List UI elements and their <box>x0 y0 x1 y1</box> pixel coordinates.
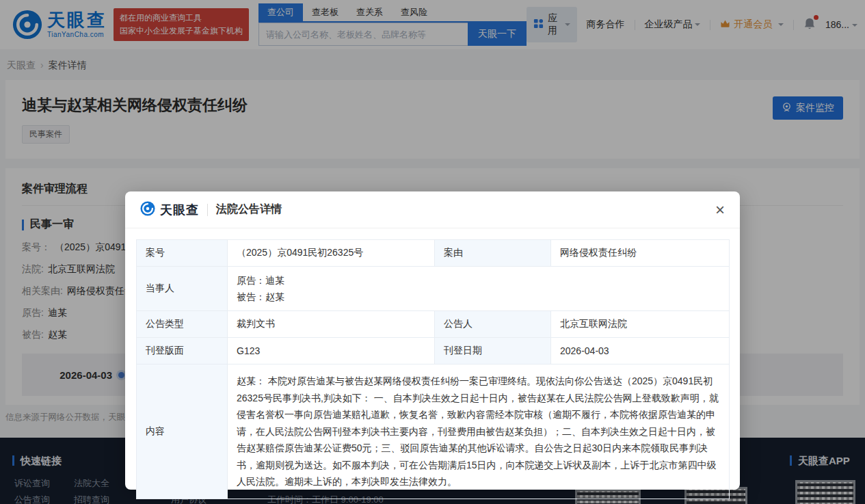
publish-page-label: 刊登版面 <box>137 338 228 364</box>
parties-label: 当事人 <box>137 267 228 311</box>
modal-header: 天眼查 法院公告详情 × <box>125 191 740 228</box>
case-no-label: 案号 <box>137 240 228 267</box>
announcement-table: 案号 （2025）京0491民初26325号 案由 网络侵权责任纠纷 当事人 原… <box>136 239 730 499</box>
court-announcement-modal: 天眼查 法院公告详情 × 案号 （2025）京0491民初26325号 案由 网… <box>125 191 740 490</box>
defendant-line: 被告：赵某 <box>237 289 720 305</box>
table-row: 案号 （2025）京0491民初26325号 案由 网络侵权责任纠纷 <box>137 240 730 267</box>
table-row: 当事人 原告：迪某 被告：赵某 <box>137 267 730 311</box>
announcer-label: 公告人 <box>435 311 551 338</box>
content-value: 赵某： 本院对原告迪某与被告赵某网络侵权责任纠纷一案已审理终结。现依法向你公告送… <box>228 364 730 499</box>
cause-value: 网络侵权责任纠纷 <box>551 240 730 267</box>
content-label: 内容 <box>137 364 228 499</box>
publish-date-value: 2026-04-03 <box>551 338 730 364</box>
table-row: 内容 赵某： 本院对原告迪某与被告赵某网络侵权责任纠纷一案已审理终结。现依法向你… <box>137 364 730 499</box>
modal-brand-name: 天眼查 <box>160 202 199 218</box>
announcement-type-value: 裁判文书 <box>228 311 435 338</box>
announcement-type-label: 公告类型 <box>137 311 228 338</box>
modal-title-divider <box>207 204 208 216</box>
publish-date-label: 刊登日期 <box>435 338 551 364</box>
close-icon[interactable]: × <box>715 202 725 218</box>
plaintiff-line: 原告：迪某 <box>237 272 720 289</box>
table-row: 公告类型 裁判文书 公告人 北京互联网法院 <box>137 311 730 338</box>
announcer-value: 北京互联网法院 <box>551 311 730 338</box>
table-row: 刊登版面 G123 刊登日期 2026-04-03 <box>137 338 730 364</box>
parties-value: 原告：迪某 被告：赵某 <box>228 267 730 311</box>
publish-page-value: G123 <box>228 338 435 364</box>
case-no-value: （2025）京0491民初26325号 <box>228 240 435 267</box>
modal-title: 法院公告详情 <box>216 202 282 217</box>
cause-label: 案由 <box>435 240 551 267</box>
modal-logo: 天眼查 <box>140 201 199 219</box>
tianyancha-logo-icon <box>140 201 155 219</box>
